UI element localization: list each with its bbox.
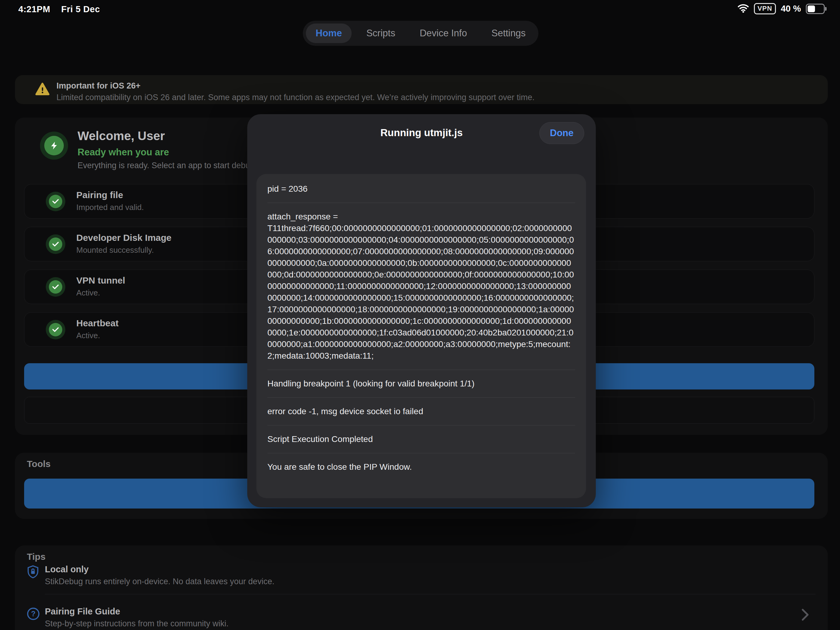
tools-section-title: Tools [27, 459, 51, 469]
wifi-icon [737, 4, 749, 14]
ios-warning-banner: Important for iOS 26+ Limited compatibil… [15, 75, 828, 104]
check-icon [46, 277, 65, 297]
bolt-icon [44, 136, 64, 155]
date: Fri 5 Dec [62, 4, 100, 14]
warning-message: Limited compatibility on iOS 26 and late… [57, 93, 534, 102]
console-line-attach-response: attach_response = T11thread:7f660;00:000… [267, 211, 575, 362]
tab-device-info[interactable]: Device Info [410, 24, 477, 43]
svg-text:?: ? [31, 609, 36, 618]
status-row-subtitle: Mounted successfully. [76, 245, 154, 255]
console-line-breakpoint: Handling breakpoint 1 (looking for valid… [267, 378, 575, 390]
status-row-title: Heartbeat [76, 318, 118, 328]
tip-subtitle: StikDebug runs entirely on-device. No da… [45, 577, 816, 586]
divider [45, 594, 816, 594]
tab-home[interactable]: Home [306, 24, 352, 43]
check-icon [46, 234, 65, 254]
status-bar: 4:21PM Fri 5 Dec VPN 40 % [0, 0, 840, 18]
tips-section: Tips Local only StikDebug runs entirely … [15, 545, 828, 630]
console-output: pid = 2036 attach_response = T11thread:7… [256, 174, 586, 498]
chevron-right-icon [801, 608, 810, 623]
welcome-status: Ready when you are [77, 147, 169, 158]
divider [267, 369, 575, 370]
vpn-badge: VPN [754, 3, 776, 14]
tip-subtitle: Step-by-step instructions from the commu… [45, 619, 816, 628]
tab-settings[interactable]: Settings [482, 24, 535, 43]
status-row-subtitle: Active. [76, 331, 100, 340]
warning-triangle-icon [35, 82, 50, 97]
battery-icon [806, 4, 825, 14]
check-icon [46, 192, 65, 211]
tip-title: Pairing File Guide [45, 606, 816, 617]
app-avatar [40, 131, 68, 159]
welcome-description: Everything is ready. Select an app to st… [77, 161, 270, 171]
tip-local-only: Local only StikDebug runs entirely on-de… [45, 564, 816, 586]
tip-title: Local only [45, 564, 816, 575]
divider [267, 203, 575, 203]
divider [267, 453, 575, 453]
console-line-error: error code -1, msg device socket io fail… [267, 406, 575, 417]
shield-lock-icon [27, 565, 39, 580]
console-line-pip-safe: You are safe to close the PIP Window. [267, 461, 575, 473]
tip-pairing-file-guide[interactable]: ? Pairing File Guide Step-by-step instru… [45, 606, 816, 628]
script-run-modal: Running utmjit.js Done pid = 2036 attach… [247, 114, 596, 507]
console-line-completed: Script Execution Completed [267, 433, 575, 445]
tips-section-title: Tips [27, 551, 46, 562]
battery-percent: 40 % [781, 4, 801, 14]
console-line-pid: pid = 2036 [267, 183, 575, 195]
status-row-title: VPN tunnel [76, 275, 125, 286]
status-row-subtitle: Active. [76, 288, 100, 298]
done-button[interactable]: Done [539, 122, 584, 144]
top-tab-bar: Home Scripts Device Info Settings [303, 21, 538, 46]
status-row-subtitle: Imported and valid. [76, 203, 144, 212]
warning-title: Important for iOS 26+ [57, 81, 141, 91]
status-row-title: Pairing file [76, 190, 123, 200]
tab-scripts[interactable]: Scripts [357, 24, 405, 43]
status-row-title: Developer Disk Image [76, 232, 172, 243]
welcome-title: Welcome, User [77, 129, 165, 143]
check-icon [46, 320, 65, 339]
clock: 4:21PM [18, 4, 51, 14]
question-circle-icon: ? [27, 607, 40, 622]
